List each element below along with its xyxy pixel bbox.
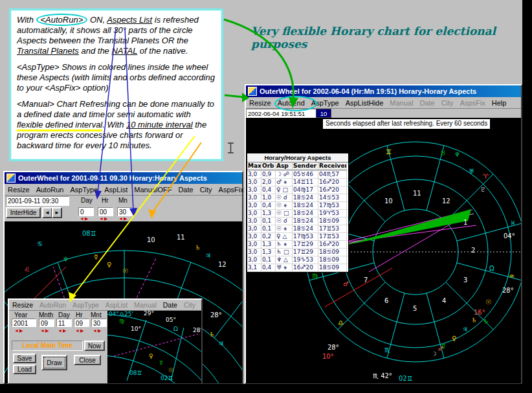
cell-max: 3,0: [247, 186, 261, 194]
cell-asp: ♀ □: [276, 186, 293, 194]
close-button[interactable]: Close: [74, 355, 101, 365]
chart-glyph: ♏ 42°: [373, 373, 392, 379]
minute-spinner-icon[interactable]: ◄▶: [93, 329, 102, 333]
cell-sender: 18♋24: [293, 218, 318, 225]
chart-glyph: ♄: [195, 245, 201, 251]
note-paragraph-2: <AspType> Shows in colored lines inside …: [17, 62, 216, 93]
menu-item-aspsfix: AspsFix: [199, 300, 201, 309]
menu-item-asplisthide[interactable]: AspListHide: [342, 98, 387, 107]
dialog-menubar: Resize AutoRun AspType AspList Manual Da…: [9, 300, 201, 311]
menu-item-city[interactable]: City: [197, 185, 216, 194]
now-button[interactable]: Now: [84, 341, 105, 351]
datetime-field[interactable]: 2001-09-11 09:30: [6, 196, 69, 206]
mid-window-titlebar[interactable]: OuterWheel for 2001-09-11 09.30 Horary:H…: [5, 172, 242, 184]
menu-item-resize[interactable]: Resize: [5, 185, 33, 194]
menu-item-date[interactable]: Date: [175, 185, 196, 194]
step-back-button[interactable]: ◄: [42, 207, 52, 218]
chart-glyph: 28°: [193, 328, 201, 333]
arrow-green-to-wheel: [225, 95, 244, 97]
minute-field[interactable]: 30: [91, 319, 107, 327]
cell-sender: 17♊29: [293, 249, 318, 256]
day-field[interactable]: 11: [56, 319, 72, 327]
cell-receiver: 18♋09: [318, 218, 347, 225]
menu-item-asptype[interactable]: AspType: [308, 98, 342, 107]
cell-receiver: 16♐20: [318, 179, 347, 186]
day-spinner-icon[interactable]: ◄▶: [58, 329, 67, 333]
cell-receiver: 04♏57: [318, 171, 347, 178]
table-row: 3,0 0,9 ☽ ☍ 05♉46 04♏57: [247, 171, 348, 179]
minute-stepper[interactable]: 30: [117, 207, 133, 216]
chart-glyph: 05°: [166, 317, 176, 323]
table-row: 3,0 0,1 ☉ ☌ 18♋24 18♋09: [247, 218, 348, 225]
interval-button[interactable]: 10: [316, 109, 331, 118]
chart-glyph: ♍: [312, 273, 318, 280]
year-field[interactable]: 2001: [12, 319, 36, 327]
chart-glyph: ♍: [119, 319, 124, 324]
menu-item-date[interactable]: Date: [160, 300, 181, 309]
cell-sender: 17♊29: [293, 241, 318, 248]
interhide-button[interactable]: InterHide: [6, 207, 41, 218]
aspects-panel-title[interactable]: Horary/Horary Aspects: [247, 153, 348, 163]
chart-glyph: 02♊: [161, 376, 173, 381]
hour-field[interactable]: 09: [74, 319, 89, 327]
month-field[interactable]: 09: [39, 319, 54, 327]
hour-spinner-icon[interactable]: ◄▶: [75, 329, 84, 333]
chart-glyph: ♓: [510, 220, 516, 227]
day-label: Day: [58, 311, 70, 319]
menu-item-city: City: [438, 98, 457, 107]
menu-item-help[interactable]: Help: [489, 98, 510, 107]
screen-edge-bottom: [0, 384, 532, 393]
month-spinner-icon[interactable]: ◄▶: [40, 329, 49, 333]
menu-item-resize[interactable]: Resize: [246, 98, 274, 107]
menu-item-aspsfix[interactable]: AspsFix: [216, 185, 247, 194]
cell-max: 3,0: [247, 210, 261, 217]
menu-item-resize[interactable]: Resize: [9, 300, 36, 309]
day-spinner-icon[interactable]: ◄▶: [80, 217, 89, 221]
aspects-table-body: 3,0 0,9 ☽ ☍ 05♉46 04♏57 3,0 2,0 ♂ ⚹ 14♊1…: [247, 171, 348, 272]
hour-spinner-icon[interactable]: ◄▶: [99, 217, 108, 221]
cell-max: 3,0: [247, 256, 261, 264]
year-spinner-icon[interactable]: ◄▶: [14, 329, 23, 333]
dialog-controls: Year Mnth Day Hr Mnt 2001 09 11 09 30 ◄▶…: [9, 311, 107, 383]
chart-glyph: ♆: [63, 256, 69, 263]
menu-item-aspsfix: AspsFix: [457, 98, 489, 107]
menu-item-autoend[interactable]: AutoEnd: [274, 98, 308, 107]
hour-stepper[interactable]: 00: [98, 207, 113, 216]
cell-sender: 04♍17: [293, 186, 318, 194]
cell-orb: 0,9: [261, 171, 276, 178]
menu-item-asptype[interactable]: AspType: [67, 185, 101, 194]
cell-orb: 1,3: [261, 210, 276, 217]
draw-button[interactable]: Draw: [41, 355, 67, 370]
menu-item-manual: Manual: [386, 98, 416, 107]
menu-item-manual: Manual: [131, 300, 159, 309]
main-window-titlebar[interactable]: OuterWheel for 2002-06-04 (Hr:Mn 19:51) …: [246, 85, 521, 97]
col-sender: Sender: [293, 163, 318, 170]
menu-item-asplist[interactable]: AspList: [101, 185, 131, 194]
dialog-wheel-rings: [107, 314, 201, 383]
minute-spinner-icon[interactable]: ◄▶: [118, 217, 127, 221]
main-window-controls: 2002-06-04 19:51:51 10: [246, 109, 521, 118]
save-button[interactable]: Save: [13, 354, 36, 363]
menu-item-manualoff[interactable]: ManualOFF: [131, 185, 175, 194]
step-forward-button[interactable]: ►: [52, 207, 62, 218]
load-button[interactable]: Load: [13, 365, 36, 374]
chart-glyph: 29°: [144, 311, 154, 317]
day-stepper[interactable]: 0: [78, 207, 94, 216]
cell-asp: ☉ ☌: [276, 218, 293, 225]
chart-glyph: ♃: [205, 253, 211, 259]
datetime-seconds-field[interactable]: 2002-06-04 19:51:51: [246, 109, 316, 118]
chart-glyph: 10: [384, 198, 393, 205]
chart-glyph: ☽: [431, 351, 437, 357]
cell-sender: 18♋24: [293, 202, 318, 209]
menu-item-autorun[interactable]: AutoRun: [33, 185, 67, 194]
table-row: 3,0 1,3 ♄ □ 17♊29 18♋09: [247, 249, 348, 256]
chart-glyph: ☉: [485, 299, 491, 306]
chart-glyph: ♏: [384, 347, 390, 354]
main-window-menubar: Resize AutoEnd AspType AspListHide Manua…: [246, 97, 521, 109]
cell-orb: 2,0: [261, 179, 276, 186]
chart-glyph: ♌: [24, 267, 30, 273]
hour-label: Hr: [102, 197, 109, 204]
cell-asp: ♂ ⚹: [276, 179, 293, 186]
chart-glyph: ☿: [159, 360, 163, 366]
col-receiver: Receiver: [318, 163, 347, 170]
